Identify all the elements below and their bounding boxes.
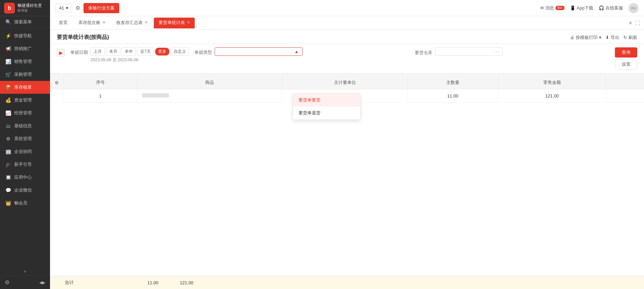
product-placeholder (142, 93, 169, 97)
tab-close-icon[interactable]: ✕ (102, 20, 105, 25)
sidebar-item-label: 新手引导 (14, 161, 32, 168)
messages-label: 消息 (545, 5, 554, 11)
expand-window-icon[interactable]: ⛶ (635, 20, 640, 26)
sidebar-scroll-down[interactable]: ▼ (0, 268, 50, 275)
collapse-icon[interactable]: ◀▶ (39, 280, 45, 285)
tab-batch-stock[interactable]: 库存批次账 ✕ (74, 18, 110, 28)
col-unit: 主计量单位 (282, 76, 407, 89)
filter-expand-btn[interactable]: ▶ (57, 49, 65, 57)
page-header: 要货单统计表(按商品) 🖨 按模板打印 ▾ ⬇ 导出 ↻ 刷新 (50, 30, 644, 44)
export-btn[interactable]: ⬇ 导出 (605, 35, 619, 41)
prev-month-btn[interactable]: 上月 (91, 47, 105, 56)
messages-btn[interactable]: ✉ 消息 99+ (540, 5, 565, 11)
print-template-btn[interactable]: 🖨 按模板打印 ▾ (570, 35, 601, 41)
sidebar-item-label: 营销推广 (14, 46, 32, 52)
date-label: 单据日期 (70, 47, 88, 55)
sidebar-item-guide[interactable]: 🎓 新手引导 (0, 158, 50, 171)
store-name: 41 (59, 5, 64, 10)
app-download-btn[interactable]: 📱 App下载 (570, 5, 593, 11)
tab-close-icon[interactable]: ✕ (187, 20, 190, 25)
type-dropdown-menu: 要货单要货 要货单退货 (293, 93, 360, 120)
sidebar-item-basic[interactable]: 🗂 基础信息 (0, 119, 50, 132)
sidebar-logo: b 畅捷通好生意 标准版 (0, 0, 50, 16)
download-icon: 📱 (570, 5, 575, 10)
logo-icon: b (4, 3, 15, 14)
sidebar-nav: ⚡ 快捷导航 📢 营销推广 📊 销售管理 🛒 采购管理 📦 库存核算 💰 资金管… (0, 28, 50, 268)
sidebar-item-label: 快捷导航 (14, 33, 32, 39)
tab-home-label: 首页 (59, 20, 68, 26)
col-gear[interactable]: ⚙ (50, 76, 64, 89)
tab-order-stat[interactable]: 要货单统计表 ✕ (154, 18, 195, 28)
sidebar-item-enterprise[interactable]: 🏢 企业协同 (0, 145, 50, 158)
sidebar-item-finance[interactable]: 💰 资金管理 (0, 94, 50, 107)
dropdown-item-order-purchase[interactable]: 要货单要货 (293, 94, 360, 107)
online-service-btn[interactable]: 🎧 在线客服 (599, 5, 623, 11)
query-btn[interactable]: 查询 (615, 47, 637, 58)
store-selector[interactable]: 41 ▾ (55, 4, 72, 12)
tab-close-icon[interactable]: ✕ (145, 20, 148, 25)
expand-icon: ▶ (59, 50, 63, 55)
tab-recv-summary-label: 收发存汇总表 (116, 20, 143, 26)
sidebar-item-apps[interactable]: 🔲 应用中心 (0, 171, 50, 184)
sidebar-bottom: ⚙ ◀▶ (0, 275, 50, 289)
cell-quantity: 11.00 (407, 89, 498, 103)
close-window-icon[interactable]: ✕ (628, 20, 633, 26)
settings-btn[interactable]: 设置 (615, 59, 637, 70)
settings-gear-icon[interactable]: ⚙ (75, 5, 80, 11)
trial-btn[interactable]: 体验行业方案 (84, 3, 119, 13)
header-right: ✉ 消息 99+ 📱 App下载 🎧 在线客服 Rit (540, 3, 639, 13)
more-options-badge[interactable]: 更多 (155, 48, 169, 55)
main-area: 41 ▾ ⚙ 体验行业方案 ✉ 消息 99+ 📱 App下载 🎧 在线客服 Ri… (50, 0, 644, 289)
warehouse-more-icon[interactable]: ··· (495, 49, 499, 54)
col-amount: 零售金额 (498, 76, 606, 89)
sidebar-item-wechat[interactable]: 💬 企业微信 (0, 184, 50, 197)
wechat-icon: 💬 (5, 187, 11, 193)
tab-order-stat-label: 要货单统计表 (159, 20, 185, 26)
inventory-icon: 📦 (5, 85, 11, 90)
cell-seq: 1 (64, 89, 137, 103)
sidebar-item-sales[interactable]: 📊 销售管理 (0, 55, 50, 68)
online-service-label: 在线客服 (605, 5, 623, 11)
tab-home[interactable]: 首页 (54, 18, 72, 28)
sidebar-item-inventory[interactable]: 📦 库存核算 (0, 81, 50, 94)
sidebar-item-label: 企业协同 (14, 149, 32, 155)
sidebar-item-purchase[interactable]: 🛒 采购管理 (0, 68, 50, 81)
message-icon: ✉ (540, 5, 544, 10)
print-label: 按模板打印 (576, 35, 598, 41)
export-icon: ⬇ (605, 35, 609, 40)
refresh-btn[interactable]: ↻ 刷新 (623, 35, 637, 41)
sidebar-search[interactable]: 🔍 搜索菜单 (0, 16, 50, 28)
refresh-icon: ↻ (623, 35, 627, 40)
sidebar-item-quick-nav[interactable]: ⚡ 快捷导航 (0, 29, 50, 42)
sidebar-item-operations[interactable]: 📈 经营管理 (0, 107, 50, 119)
tab-recv-summary[interactable]: 收发存汇总表 ✕ (112, 18, 152, 28)
top-header: 41 ▾ ⚙ 体验行业方案 ✉ 消息 99+ 📱 App下载 🎧 在线客服 Ri… (50, 0, 644, 16)
sidebar-item-system[interactable]: ⚙ 系统管理 (0, 132, 50, 145)
date-buttons: 上月 本月 本年 近7天 更多 自定义 (91, 47, 189, 56)
cell-extra (606, 89, 644, 103)
sidebar-item-label: 采购管理 (14, 71, 32, 77)
warehouse-filter-group: 要货仓库 ··· (415, 47, 503, 56)
dropdown-item-order-return[interactable]: 要货单退货 (293, 107, 360, 119)
footer-total-label: 合计 (55, 280, 136, 286)
messages-badge: 99+ (555, 6, 565, 10)
warehouse-select[interactable]: ··· (435, 47, 503, 56)
sidebar-item-label: 应用中心 (14, 174, 32, 180)
settings-icon[interactable]: ⚙ (5, 279, 9, 286)
user-avatar[interactable]: Rit (628, 3, 639, 13)
custom-date-btn[interactable]: 自定义 (171, 47, 189, 56)
this-month-btn[interactable]: 本月 (106, 47, 120, 56)
this-year-btn[interactable]: 本年 (122, 47, 136, 56)
last-7days-btn[interactable]: 近7天 (137, 47, 154, 56)
dropdown-item-label: 要货单要货 (299, 97, 320, 103)
quick-nav-icon: ⚡ (5, 33, 11, 39)
sidebar-item-member[interactable]: 👑 畅会员 (0, 197, 50, 209)
page-actions: 🖨 按模板打印 ▾ ⬇ 导出 ↻ 刷新 (570, 35, 637, 41)
dropdown-arrow-icon: ▾ (66, 5, 68, 10)
sidebar-item-label: 销售管理 (14, 59, 32, 65)
logo-sub: 标准版 (18, 8, 42, 13)
col-quantity: 主数量 (407, 76, 498, 89)
type-select[interactable]: ▲ (215, 47, 303, 56)
sidebar-item-marketing[interactable]: 📢 营销推广 (0, 42, 50, 55)
purchase-icon: 🛒 (5, 72, 11, 77)
